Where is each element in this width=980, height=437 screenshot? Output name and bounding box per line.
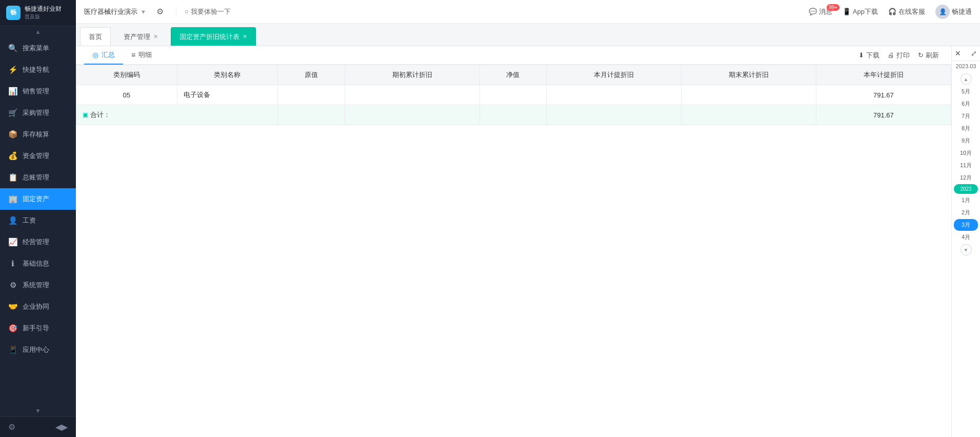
experience-button[interactable]: ○ 我要体验一下 xyxy=(185,7,231,16)
mobile-icon: 📱 xyxy=(8,345,17,354)
sidebar-scroll-down[interactable]: ▼ xyxy=(0,405,76,416)
settings-footer-icon[interactable]: ⚙ xyxy=(8,422,15,432)
sidebar-item-fixed-assets[interactable]: 🏢 固定资产 xyxy=(0,188,76,210)
summary-tab-icon: ◎ xyxy=(92,51,98,59)
timeline-month-2[interactable]: 2月 xyxy=(954,207,978,218)
collapse-sidebar-icon[interactable]: ◀▶ xyxy=(55,422,68,432)
timeline-month-8[interactable]: 8月 xyxy=(954,123,978,134)
timeline-month-1[interactable]: 1月 xyxy=(954,194,978,206)
asset-mgmt-tab-close[interactable]: ✕ xyxy=(153,33,158,40)
sidebar-item-purchase[interactable]: 🛒 采购管理 xyxy=(0,102,76,124)
home-tab-label: 首页 xyxy=(89,32,102,42)
sidebar-item-enterprise[interactable]: 🤝 企业协同 xyxy=(0,296,76,317)
cart-icon: 🛒 xyxy=(8,108,17,117)
sidebar-item-payroll[interactable]: 👤 工资 xyxy=(0,210,76,231)
sidebar-item-basic-info[interactable]: ℹ 基础信息 xyxy=(0,253,76,274)
timeline-month-5[interactable]: 5月 xyxy=(954,86,978,97)
tab-depreciation[interactable]: 固定资产折旧统计表 ✕ xyxy=(171,27,256,46)
download-button[interactable]: ⬇ 下载 xyxy=(854,49,884,62)
handshake-icon: 🤝 xyxy=(8,302,17,311)
col-original-value: 原值 xyxy=(278,65,345,85)
topbar-settings-icon[interactable]: ⚙ xyxy=(152,4,168,19)
sidebar-item-label: 快捷导航 xyxy=(23,65,49,74)
sidebar-item-app-center[interactable]: 📱 应用中心 xyxy=(0,339,76,361)
sidebar-item-label: 应用中心 xyxy=(23,345,49,354)
timeline-month-10[interactable]: 10月 xyxy=(954,147,978,159)
app-edition: 普及版 xyxy=(25,13,62,21)
sub-tab-detail[interactable]: ≡ 明细 xyxy=(123,46,160,65)
topbar-right: 💬 消息 99+ 📱 App下载 🎧 在线客服 👤 畅捷通 xyxy=(809,5,972,19)
cell-code: 05 xyxy=(76,85,177,105)
sidebar-scroll-up[interactable]: ▲ xyxy=(0,26,76,37)
timeline-month-9[interactable]: 9月 xyxy=(954,135,978,147)
download-label: 下载 xyxy=(866,51,879,60)
person-icon: 👤 xyxy=(8,216,17,225)
user-profile-button[interactable]: 👤 畅捷通 xyxy=(935,5,972,19)
timeline-month-3[interactable]: 3月 xyxy=(954,219,978,231)
panel-expand-icon[interactable]: ⤢ xyxy=(971,49,977,57)
sidebar-item-search[interactable]: 🔍 搜索菜单 xyxy=(0,37,76,59)
message-badge: 99+ xyxy=(827,4,839,11)
print-icon: 🖨 xyxy=(888,51,894,59)
col-annual-depreciation: 本年计提折旧 xyxy=(816,65,951,85)
lightning-icon: ⚡ xyxy=(8,65,17,74)
right-panel-title: 2023.03 xyxy=(956,61,976,70)
chart-icon: 📊 xyxy=(8,87,17,96)
sidebar-item-operations[interactable]: 📈 经营管理 xyxy=(0,231,76,253)
company-name: 医疗器械行业演示 xyxy=(84,7,137,16)
box-icon: 📦 xyxy=(8,130,17,139)
avatar: 👤 xyxy=(935,5,950,19)
table-summary-row: ▣合计： 791.67 xyxy=(76,105,951,125)
content-area: ◎ 汇总 ≡ 明细 ⬇ 下载 🖨 打印 ↻ 刷新 xyxy=(76,46,980,437)
sidebar-item-system[interactable]: ⚙ 系统管理 xyxy=(0,274,76,296)
timeline-month-7[interactable]: 7月 xyxy=(954,110,978,122)
table-row: 05 电子设备 791.67 xyxy=(76,85,951,105)
cell-net-value xyxy=(479,85,546,105)
cell-beginning-depreciation xyxy=(345,85,479,105)
topbar-divider xyxy=(176,7,176,17)
timeline-month-4[interactable]: 4月 xyxy=(954,231,978,243)
sidebar-item-label: 采购管理 xyxy=(23,108,49,117)
sidebar-item-inventory[interactable]: 📦 库存核算 xyxy=(0,124,76,145)
sidebar-item-guide[interactable]: 🎯 新手引导 xyxy=(0,317,76,339)
sidebar-item-finance[interactable]: 💰 资金管理 xyxy=(0,145,76,167)
refresh-button[interactable]: ↻ 刷新 xyxy=(914,49,943,62)
timeline-nav-up[interactable]: ▲ xyxy=(961,73,972,85)
online-service-button[interactable]: 🎧 在线客服 xyxy=(888,7,925,16)
sidebar-header: 畅 畅捷通好业财 普及版 xyxy=(0,0,76,26)
timeline-nav-down[interactable]: ▼ xyxy=(961,244,972,255)
sidebar-footer: ⚙ ◀▶ xyxy=(0,416,76,437)
tab-home[interactable]: 首页 xyxy=(80,27,111,46)
cell-annual-depreciation: 791.67 xyxy=(816,85,951,105)
refresh-label: 刷新 xyxy=(926,51,939,60)
detail-tab-label: 明细 xyxy=(138,50,152,59)
timeline-year-2023[interactable]: 2023 xyxy=(954,184,978,194)
tab-asset-mgmt[interactable]: 资产管理 ✕ xyxy=(115,27,167,46)
print-button[interactable]: 🖨 打印 xyxy=(884,49,914,62)
sidebar-item-label: 销售管理 xyxy=(23,87,49,96)
table-container: 类别编码 类别名称 原值 期初累计折旧 净值 本月计提折旧 期末累计折旧 本年计… xyxy=(76,65,951,437)
timeline: ▲ 5月 6月 7月 8月 9月 10月 11月 12月 2023 1月 2月 … xyxy=(952,70,980,437)
timeline-month-12[interactable]: 12月 xyxy=(954,172,978,184)
print-label: 打印 xyxy=(896,51,910,60)
sidebar-item-label: 库存核算 xyxy=(23,130,49,139)
col-name: 类别名称 xyxy=(177,65,278,85)
sub-tab-summary[interactable]: ◎ 汇总 xyxy=(84,46,123,65)
panel-close-icon[interactable]: ✕ xyxy=(955,49,961,57)
col-monthly-depreciation: 本月计提折旧 xyxy=(546,65,681,85)
message-button[interactable]: 💬 消息 99+ xyxy=(809,7,832,16)
sidebar-item-quick-nav[interactable]: ⚡ 快捷导航 xyxy=(0,59,76,81)
timeline-month-11[interactable]: 11月 xyxy=(954,160,978,171)
sidebar-item-label: 总账管理 xyxy=(23,173,49,182)
sidebar-item-label: 系统管理 xyxy=(23,281,49,290)
depreciation-tab-close[interactable]: ✕ xyxy=(243,33,247,40)
search-icon: 🔍 xyxy=(8,44,17,53)
app-download-button[interactable]: 📱 App下载 xyxy=(843,7,878,16)
sidebar-item-ledger[interactable]: 📋 总账管理 xyxy=(0,167,76,188)
page-content: ◎ 汇总 ≡ 明细 ⬇ 下载 🖨 打印 ↻ 刷新 xyxy=(76,46,951,437)
timeline-month-6[interactable]: 6月 xyxy=(954,98,978,110)
company-selector[interactable]: 医疗器械行业演示 ▼ xyxy=(84,7,146,16)
experience-icon: ○ xyxy=(185,8,189,15)
depreciation-tab-label: 固定资产折旧统计表 xyxy=(179,32,239,42)
sidebar-item-sales[interactable]: 📊 销售管理 xyxy=(0,81,76,102)
